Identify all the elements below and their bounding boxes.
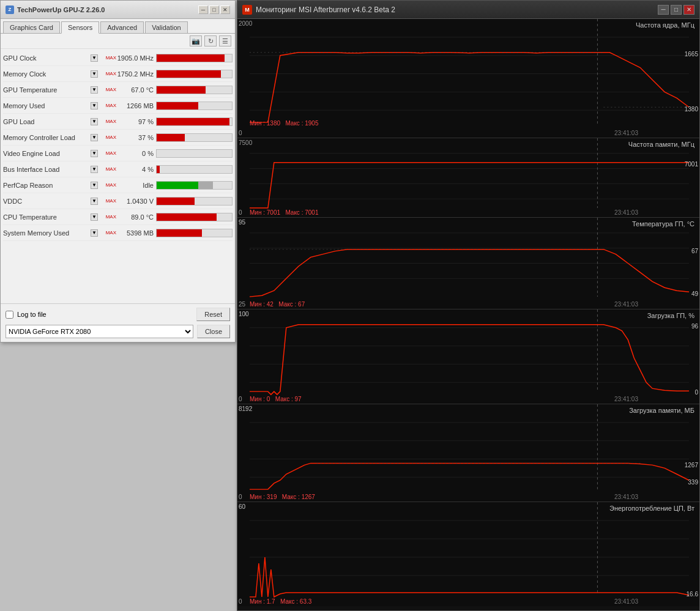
chart-core-clock-val1: 1665: [685, 51, 698, 57]
chart-mem-clock-minmax: Мин : 7001 Макс : 7001: [250, 209, 318, 216]
chart-gpu-load-title: Загрузка ГП, %: [647, 312, 694, 319]
msi-minimize-button[interactable]: ─: [658, 5, 669, 15]
chart-mem-used-time: 23:41:03: [614, 494, 638, 500]
chart-gpu-temp-title: Температура ГП, °С: [632, 220, 694, 228]
chart-gpu-temp-ymax2: 95: [239, 219, 245, 226]
msi-title-left: M Мониторинг MSI Afterburner v4.6.2 Beta…: [242, 5, 395, 15]
minimize-button[interactable]: ─: [198, 6, 208, 14]
tab-sensors[interactable]: Sensors: [61, 21, 99, 34]
chart-mem-used-val2: 339: [688, 479, 698, 486]
sensor-name-sys-mem: System Memory Used ▼: [3, 229, 98, 237]
tab-graphics-card[interactable]: Graphics Card: [3, 21, 60, 33]
sensor-dropdown-vddc[interactable]: ▼: [91, 198, 98, 205]
chart-gpu-temp-val2: 49: [691, 291, 698, 297]
msi-icon: M: [242, 5, 252, 15]
chart-core-clock-val2: 1380: [685, 106, 698, 113]
chart-mem-used-title: Загрузка памяти, МБ: [629, 407, 694, 414]
chart-cpu-power-title: Энергопотребление ЦП, Вт: [609, 505, 694, 512]
sensor-row-sys-mem: System Memory Used ▼ MAX 5398 MB: [3, 225, 233, 241]
tab-advanced[interactable]: Advanced: [100, 21, 144, 33]
sensor-bar-bus-interface: [156, 165, 233, 174]
sensor-dropdown-cpu-temp[interactable]: ▼: [91, 213, 98, 221]
msi-titlebar: M Мониторинг MSI Afterburner v4.6.2 Beta…: [237, 1, 699, 19]
sensor-bar-perfcap: [156, 181, 233, 190]
chart-mem-used-ymin: 0: [239, 494, 242, 500]
sensor-bar-gpu-clock: [156, 54, 233, 62]
sensor-name-memory-used: Memory Used ▼: [3, 102, 98, 109]
sensor-name-mem-ctrl-load: Memory Controller Load ▼: [3, 134, 98, 141]
chart-gpu-load: 100 Загрузка ГП, % Мин : 0 Макс : 97 23:…: [237, 309, 699, 404]
gpuz-icon: Z: [6, 6, 14, 14]
log-to-file-checkbox[interactable]: [6, 311, 13, 319]
sensor-dropdown-sys-mem[interactable]: ▼: [91, 229, 98, 237]
chart-mem-clock-title: Частота памяти, МГц: [628, 141, 694, 148]
sensor-name-vddc: VDDC ▼: [3, 198, 98, 205]
device-select[interactable]: NVIDIA GeForce RTX 2080: [6, 325, 193, 338]
log-to-file-label: Log to file: [17, 311, 47, 318]
sensor-row-memory-clock: Memory Clock ▼ MAX 1750.2 MHz: [3, 66, 233, 82]
chart-core-clock: 2000 Частота ядра, МГц Мин : 1380 Макс :…: [237, 19, 699, 138]
chart-gpu-load-ymax2: 100: [239, 311, 249, 317]
chart-cpu-power-time: 23:41:03: [614, 598, 638, 605]
sensor-bar-sys-mem: [156, 229, 233, 237]
sensor-name-gpu-load: GPU Load ▼: [3, 118, 98, 125]
sensor-row-bus-interface: Bus Interface Load ▼ MAX 4 %: [3, 161, 233, 177]
chart-core-clock-minmax: Мин : 1380 Макс : 1905: [250, 120, 318, 127]
chart-mem-used-val1: 1267: [685, 462, 698, 468]
chart-gpu-load-ymin: 0: [239, 396, 242, 402]
msi-title-text: Мониторинг MSI Afterburner v4.6.2 Beta 2: [256, 6, 395, 14]
menu-icon[interactable]: ☰: [219, 35, 231, 46]
chart-mem-clock-time: 23:41:03: [614, 209, 638, 216]
camera-icon[interactable]: 📷: [190, 35, 202, 46]
sensor-dropdown-bus-interface[interactable]: ▼: [91, 166, 98, 173]
chart-gpu-load-time: 23:41:03: [614, 396, 638, 402]
gpuz-device-row: NVIDIA GeForce RTX 2080 Close: [6, 325, 230, 338]
chart-mem-clock-ymin: 0: [239, 209, 242, 216]
tab-validation[interactable]: Validation: [145, 21, 188, 33]
gpuz-title-text: TechPowerUp GPU-Z 2.26.0: [17, 6, 105, 13]
chart-gpu-load-val2: 0: [694, 389, 698, 396]
chart-gpu-temp-minmax: Мин : 42 Макс : 67: [250, 301, 305, 308]
sensor-bar-gpu-load: [156, 117, 233, 126]
sensor-name-gpu-clock: GPU Clock ▼: [3, 54, 98, 62]
gpuz-tabs: Graphics Card Sensors Advanced Validatio…: [1, 19, 235, 34]
sensor-name-bus-interface: Bus Interface Load ▼: [3, 166, 98, 173]
restore-button[interactable]: □: [209, 6, 219, 14]
sensor-bar-memory-clock: [156, 70, 233, 78]
sensor-name-video-engine: Video Engine Load ▼: [3, 150, 98, 157]
sensor-dropdown-gpu-clock[interactable]: ▼: [91, 54, 98, 62]
sensor-name-perfcap: PerfCap Reason ▼: [3, 182, 98, 189]
close-button[interactable]: ✕: [220, 6, 230, 14]
chart-core-clock-ymin: 0: [239, 130, 242, 136]
sensor-row-video-engine: Video Engine Load ▼ MAX 0 %: [3, 146, 233, 161]
sensor-dropdown-perfcap[interactable]: ▼: [91, 182, 98, 189]
chart-mem-used: 8192 Загрузка памяти, МБ Мин : 319 Макс …: [237, 404, 699, 502]
sensor-row-gpu-temp: GPU Temperature ▼ MAX 67.0 °C: [3, 82, 233, 98]
sensor-dropdown-video-engine[interactable]: ▼: [91, 150, 98, 157]
msi-close-button[interactable]: ✕: [683, 5, 694, 15]
sensor-row-vddc: VDDC ▼ MAX 1.0430 V: [3, 193, 233, 209]
sensor-row-mem-ctrl-load: Memory Controller Load ▼ MAX 37 %: [3, 130, 233, 146]
sensor-bar-memory-used: [156, 102, 233, 110]
sensor-dropdown-memory-used[interactable]: ▼: [91, 102, 98, 109]
chart-mem-used-minmax: Мин : 319 Макс : 1267: [250, 494, 315, 500]
chart-gpu-temp: 95 Температура ГП, °С Мин : 42 Макс : 67…: [237, 218, 699, 309]
chart-mem-clock: 7500 Частота памяти, МГц Мин : 7001 Макс…: [237, 138, 699, 218]
sensor-name-gpu-temp: GPU Temperature ▼: [3, 86, 98, 94]
msi-window: M Мониторинг MSI Afterburner v4.6.2 Beta…: [237, 0, 700, 611]
sensor-dropdown-gpu-temp[interactable]: ▼: [91, 86, 98, 94]
chart-cpu-power-val1: 16.6: [687, 591, 698, 598]
sensor-bar-mem-ctrl-load: [156, 133, 233, 142]
sensor-dropdown-memory-clock[interactable]: ▼: [91, 70, 98, 78]
sensor-dropdown-gpu-load[interactable]: ▼: [91, 118, 98, 125]
reset-button[interactable]: Reset: [196, 308, 230, 321]
refresh-icon[interactable]: ↻: [204, 35, 217, 46]
gpuz-titlebar: Z TechPowerUp GPU-Z 2.26.0 ─ □ ✕: [1, 1, 235, 19]
chart-cpu-power-ymin: 0: [239, 598, 242, 605]
close-button[interactable]: Close: [197, 325, 230, 338]
chart-mem-clock-val1: 7001: [685, 161, 698, 168]
chart-cpu-power-ymax2: 60: [239, 503, 245, 510]
sensor-dropdown-mem-ctrl-load[interactable]: ▼: [91, 134, 98, 141]
msi-restore-button[interactable]: □: [671, 5, 682, 15]
chart-mem-clock-ymax: 7500: [239, 139, 252, 146]
